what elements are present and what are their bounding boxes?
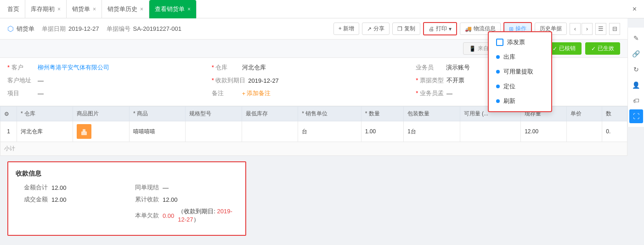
refresh-item[interactable]: 刷新: [489, 94, 551, 108]
cell-package-qty: 1台: [404, 121, 460, 142]
due-date-label: 收款到期日: [212, 76, 246, 85]
tab-inventory[interactable]: 库存期初 ×: [25, 0, 67, 18]
edit-sidebar-icon[interactable]: ✎: [629, 31, 643, 45]
product-img-icon: [79, 127, 89, 136]
available-qty-item[interactable]: 可用量提取: [489, 64, 551, 79]
print-icon: 🖨: [429, 26, 434, 32]
customer-label: 客户: [7, 63, 35, 72]
due-date-field: 收款到期日 2019-12-27: [212, 76, 416, 85]
check2-icon: ✓: [591, 46, 596, 52]
outbound-item[interactable]: 出库: [489, 50, 551, 64]
toolbar-right: + 新增 ↗ 分享 ❐ 复制 🖨 打印 ▾ 🚚 物流信息 ⊞ 操作: [333, 22, 620, 35]
owed-field-val: 本单欠款 0.00 （收款到期日: 2019-12-27）: [127, 207, 238, 224]
copy-button[interactable]: ❐ 复制: [392, 23, 420, 35]
customer-value[interactable]: 柳州粤港平安气体有限公司: [38, 63, 109, 72]
same-order-field: 同单现结 —: [127, 183, 238, 192]
salesperson2-value: —: [446, 90, 452, 97]
payment-row-2: 成交金额 12.00 累计收款 12.00: [16, 195, 238, 204]
address-label: 客户地址: [7, 76, 35, 85]
list-view-button[interactable]: ☰: [595, 23, 606, 35]
cell-warehouse: 河北仓库: [17, 121, 73, 142]
ticket-label: 票据类型: [416, 76, 444, 85]
cell-unit: 台: [298, 121, 362, 142]
th-unit: * 销售单位: [298, 107, 362, 121]
product-image: [77, 124, 91, 139]
cell-current-stock: 12.00: [521, 121, 567, 142]
refresh-sidebar-icon[interactable]: ↻: [629, 63, 643, 76]
next-arrow[interactable]: ›: [582, 23, 593, 35]
th-price: 单价: [567, 107, 602, 121]
transaction-label: 成交金额: [16, 195, 48, 204]
warehouse-field: 仓库 河北仓库: [212, 63, 416, 72]
svg-rect-1: [81, 131, 87, 135]
cell-price: [567, 121, 602, 142]
address-value: —: [38, 77, 44, 84]
due-date-value: 2019-12-27: [248, 77, 279, 84]
th-warehouse: * 仓库: [17, 107, 73, 121]
dot-icon-1: [496, 55, 500, 59]
th-product: * 商品: [129, 107, 185, 121]
expand-sidebar-icon[interactable]: ⛶: [629, 109, 643, 123]
warehouse-label: 仓库: [212, 63, 239, 72]
close-window-button[interactable]: ×: [629, 3, 640, 15]
link-sidebar-icon[interactable]: 🔗: [629, 47, 643, 61]
total-field: 金额合计 12.00: [16, 183, 127, 192]
print-dropdown-arrow[interactable]: ▾: [449, 26, 452, 32]
doc-num-meta: 单据编号 SA-20191227-001: [107, 25, 182, 33]
warehouse-value: 河北仓库: [242, 63, 266, 72]
tab-sales-history[interactable]: 销货单历史 ×: [102, 0, 149, 18]
table-row: 1 河北仓库 嘻嘻嘻嘻 台: [0, 121, 627, 142]
grid-view-button[interactable]: ⊟: [609, 23, 620, 35]
add-note-button[interactable]: + 添加备注: [242, 89, 271, 97]
right-sidebar: ✎ 🔗 ↻ 👤 🏷 ⛶: [627, 28, 644, 127]
share-button[interactable]: ↗ 分享: [362, 23, 390, 35]
salesperson2-label: 业务员孟: [416, 89, 444, 97]
ticket-value: 不开票: [446, 76, 464, 85]
nav-arrows: ‹ ›: [570, 23, 593, 35]
cumulative-value: 12.00: [163, 196, 178, 203]
tab-home[interactable]: 首页: [4, 0, 25, 18]
tab-bar: 首页 库存期初 × 销货单 × 销货单历史 × 查看销货单 × ×: [0, 0, 644, 18]
operation-dropdown: 添发票 出库 可用量提取 定位 刷新: [488, 31, 552, 112]
copy-icon: ❐: [397, 26, 402, 32]
owed-field: [16, 207, 127, 224]
check-icon: ✓: [553, 46, 557, 52]
locate-item[interactable]: 定位: [489, 79, 551, 94]
th-spec: 规格型号: [186, 107, 242, 121]
th-package-qty: 包装数量: [404, 107, 460, 121]
close-tab-sales[interactable]: ×: [93, 6, 96, 12]
owed-value: 0.00: [163, 212, 174, 219]
cumulative-field: 累计收款 12.00: [127, 195, 238, 204]
doc-date-meta: 单据日期 2019-12-27: [42, 25, 99, 33]
payment-box: 收款信息 金额合计 12.00 同单现结 — 成交金额 12.00 累计收款 1…: [7, 161, 246, 236]
th-image: 商品图片: [73, 107, 129, 121]
note-label: 备注: [212, 89, 239, 97]
cell-min-stock: [242, 121, 298, 142]
payment-row-3: 本单欠款 0.00 （收款到期日: 2019-12-27）: [16, 207, 238, 224]
close-tab-view-sales[interactable]: ×: [187, 6, 191, 12]
effective-button[interactable]: ✓ 已生效: [585, 42, 620, 55]
tab-view-sales[interactable]: 查看销货单 ×: [149, 0, 197, 18]
svg-rect-2: [83, 129, 85, 132]
cell-product: 嘻嘻嘻嘻: [129, 121, 185, 142]
note-field: 备注 + 添加备注: [212, 89, 416, 97]
row-num: 1: [0, 121, 17, 142]
person-sidebar-icon[interactable]: 👤: [629, 78, 643, 92]
prev-arrow[interactable]: ‹: [570, 23, 581, 35]
tag-sidebar-icon[interactable]: 🏷: [629, 94, 643, 108]
print-button[interactable]: 🖨 打印 ▾: [423, 22, 457, 35]
same-order-value: —: [163, 184, 169, 191]
th-min-stock: 最低库存: [242, 107, 298, 121]
table-subtotal-row: 小计: [0, 142, 627, 156]
tab-sales[interactable]: 销货单 ×: [67, 0, 102, 18]
cell-spec: [186, 121, 242, 142]
new-button[interactable]: + 新增: [333, 23, 359, 35]
close-tab-sales-history[interactable]: ×: [140, 6, 143, 12]
add-invoice-item[interactable]: 添发票: [489, 35, 551, 50]
doc-icon: ⬡: [7, 24, 14, 33]
share-icon: ↗: [367, 26, 372, 32]
due-note: （收款到期日: 2019-12-27）: [178, 207, 238, 224]
checkbox-icon: [496, 39, 503, 46]
dot-icon-2: [496, 70, 500, 74]
close-tab-inventory[interactable]: ×: [57, 6, 61, 12]
